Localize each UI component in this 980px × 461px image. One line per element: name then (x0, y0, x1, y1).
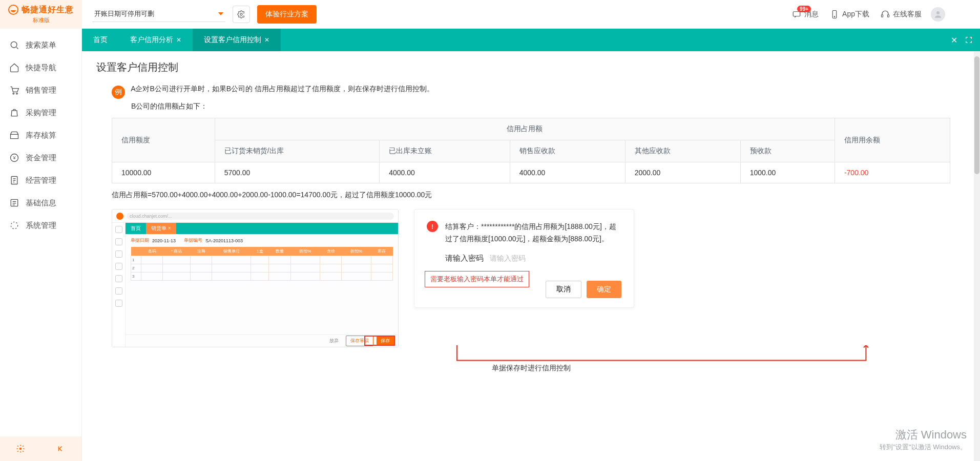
gear-icon (237, 10, 245, 18)
sidebar-item-basicinfo[interactable]: 基础信息 (0, 192, 81, 214)
phone-icon (830, 10, 839, 19)
td-val-4: 1000.00 (740, 162, 835, 183)
sysgear-icon (9, 220, 19, 230)
support-label: 在线客服 (893, 10, 922, 19)
sidebar-item-operations[interactable]: 经营管理 (0, 169, 81, 192)
sidebar-item-label: 快捷导航 (26, 63, 56, 73)
td-credit-limit: 10000.00 (112, 162, 215, 183)
brand-name: 畅捷通好生意 (22, 5, 74, 15)
sidebar-item-sales[interactable]: 销售管理 (0, 79, 81, 101)
app-download-button[interactable]: App下载 (830, 10, 869, 19)
cancel-button[interactable]: 取消 (546, 281, 581, 298)
credit-table: 信用额度 信用占用额 信用用余额 已订货未销货/出库 已出库未立账 销售应收款 … (112, 118, 950, 183)
topbar: 畅捷通好生意 标准版 开账日期可停用可删 体验行业方案 99+ 消息 App下载… (0, 0, 980, 29)
th-usage-group: 信用占用额 (215, 118, 835, 140)
mini-th: 1盒 (251, 247, 269, 256)
sidebar-item-search[interactable]: 搜索菜单 (0, 34, 81, 56)
search-icon (9, 40, 19, 50)
tab-home[interactable]: 首页 (82, 29, 119, 51)
example-line: 例 A企对B公司进行开单时，如果B公司的 信用占用额超过了信用额度，则在保存时进… (112, 82, 950, 96)
mini-th: 销售单位 (212, 247, 251, 256)
messages-button[interactable]: 99+ 消息 (792, 10, 819, 19)
tab-credit-control[interactable]: 设置客户信用控制 ✕ (193, 29, 281, 51)
user-avatar[interactable] (931, 7, 945, 22)
headset-icon (881, 10, 890, 19)
mini-th: 注释 (190, 247, 212, 256)
connector-row (112, 345, 950, 366)
mini-th (131, 247, 141, 256)
account-selector[interactable]: 开账日期可停用可删 (92, 6, 225, 22)
fullscreen-icon[interactable] (965, 36, 973, 44)
mini-code-label: 单据编号 (184, 237, 202, 244)
form-icon (9, 198, 19, 208)
mini-th: 折扣% (290, 247, 320, 256)
mini-logo-icon (116, 213, 123, 220)
page-scroll-area[interactable]: 设置客户信用控制 例 A企对B公司进行开单时，如果B公司的 信用占用额超过了信用… (82, 51, 980, 461)
th-credit-limit: 信用额度 (112, 118, 215, 162)
sidebar-item-system[interactable]: 系统管理 (0, 214, 81, 237)
sidebar-footer (0, 436, 81, 461)
close-icon[interactable]: ✕ (264, 36, 269, 44)
mini-grid: 条码 * 商品 注释 销售单位 1盒 数量 折扣% 含价 折扣% (131, 247, 393, 281)
tabs-close-button[interactable]: ✕ (951, 35, 957, 45)
mini-sidebar (112, 223, 126, 347)
svg-point-9 (16, 93, 18, 94)
svg-point-3 (834, 16, 835, 17)
svg-rect-4 (882, 14, 883, 17)
example-text: A企对B公司进行开单时，如果B公司的 信用占用额超过了信用额度，则在保存时进行信… (131, 85, 434, 93)
illustration-row: cloud.chanjet.com/... 首页 销货单 × (112, 209, 950, 347)
credit-warning-dialog: ! 结算客户：************的信用占用额为[1888.00元]，超过了… (414, 209, 634, 308)
mini-th: 条码 (141, 247, 163, 256)
sidebar-item-label: 采购管理 (26, 108, 56, 118)
svg-text:¥: ¥ (12, 155, 16, 160)
svg-point-0 (240, 13, 242, 15)
mini-th: * 商品 (163, 247, 191, 256)
tab-credit-analysis[interactable]: 客户信用分析 ✕ (119, 29, 193, 51)
tab-label: 客户信用分析 (130, 35, 173, 45)
messages-badge: 99+ (797, 6, 811, 12)
footer-collapse-icon[interactable] (56, 444, 66, 453)
table-row: 10000.00 5700.00 4000.00 4000.00 2000.00… (112, 162, 950, 183)
confirm-button[interactable]: 确定 (587, 281, 621, 298)
warning-icon: ! (427, 221, 438, 232)
td-val-1: 4000.00 (380, 162, 510, 183)
settings-button[interactable] (233, 6, 250, 23)
mini-address-bar: cloud.chanjet.com/... (127, 213, 394, 220)
footer-gear-icon[interactable] (16, 444, 25, 453)
mini-tab-home: 首页 (126, 223, 146, 234)
brand-box: 畅捷通好生意 标准版 (0, 0, 82, 29)
td-val-0: 5700.00 (215, 162, 380, 183)
close-icon[interactable]: ✕ (176, 36, 181, 44)
svg-point-14 (11, 222, 17, 228)
money-icon: ¥ (9, 153, 19, 163)
example-badge-icon: 例 (112, 86, 125, 99)
experience-industry-button[interactable]: 体验行业方案 (257, 5, 317, 24)
sidebar-item-quicknav[interactable]: 快捷导航 (0, 56, 81, 79)
brand-edition: 标准版 (33, 16, 50, 24)
chevron-down-icon (218, 12, 223, 15)
workspace-tabs: 首页 客户信用分析 ✕ 设置客户信用控制 ✕ ✕ (82, 29, 980, 51)
svg-point-8 (13, 93, 14, 94)
sidebar-item-label: 系统管理 (26, 221, 56, 230)
brand-logo-icon (8, 5, 18, 15)
th-usage-3: 其他应收款 (625, 140, 740, 162)
sidebar-item-label: 搜索菜单 (26, 40, 56, 50)
home-icon (9, 62, 19, 73)
mini-tab-sales: 销货单 × (146, 223, 176, 234)
pwd-input[interactable] (490, 254, 621, 262)
svg-rect-5 (888, 14, 889, 17)
support-button[interactable]: 在线客服 (881, 10, 922, 19)
cart-icon (9, 85, 19, 95)
scrollbar-thumb[interactable] (974, 56, 979, 174)
sidebar-item-purchase[interactable]: 采购管理 (0, 101, 81, 124)
sales-order-screenshot: cloud.chanjet.com/... 首页 销货单 × (112, 209, 399, 347)
mini-discard: 放弃 (325, 336, 343, 346)
subline: B公司的信用额占如下： (131, 100, 950, 113)
scrollbar-track[interactable] (974, 51, 980, 461)
svg-point-6 (936, 11, 940, 14)
svg-point-15 (19, 448, 22, 450)
report-icon (9, 175, 19, 185)
highlight-save-box (364, 336, 395, 346)
sidebar-item-funds[interactable]: ¥ 资金管理 (0, 146, 81, 169)
sidebar-item-inventory[interactable]: 库存核算 (0, 124, 81, 146)
